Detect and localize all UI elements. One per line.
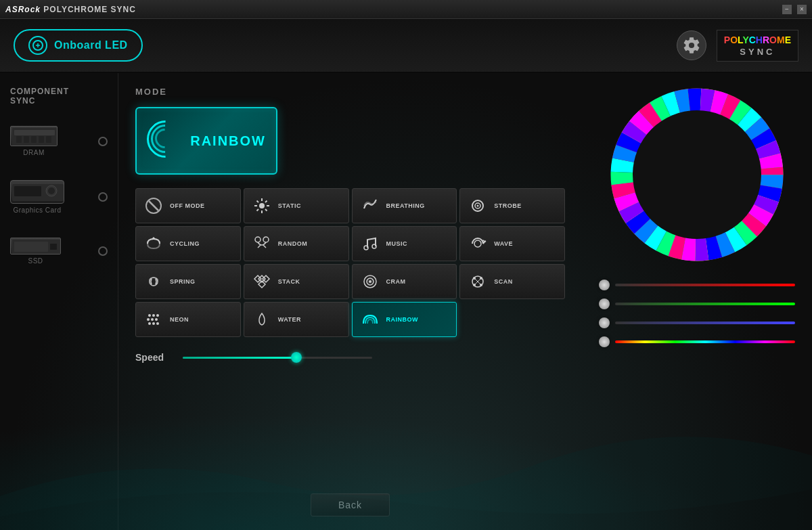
settings-button[interactable] (677, 30, 706, 60)
svg-point-54 (151, 318, 154, 321)
mode-stack[interactable]: STACK (244, 264, 349, 299)
dram-device: DRAM (10, 126, 58, 156)
red-slider-track[interactable] (615, 284, 795, 286)
dram-label: DRAM (23, 149, 44, 156)
gpu-sync-toggle[interactable] (98, 192, 108, 202)
stack-label: STACK (278, 278, 300, 285)
mode-random[interactable]: RANDOM (244, 226, 349, 261)
gpu-image (10, 180, 64, 204)
ssd-sync-toggle[interactable] (98, 246, 108, 256)
speed-label: Speed (135, 352, 169, 363)
breathing-label: BREATHING (386, 202, 425, 209)
mode-off-mode[interactable]: OFF MODE (135, 188, 241, 223)
mode-music[interactable]: MUSIC (352, 226, 457, 261)
svg-rect-5 (31, 136, 37, 143)
svg-point-44 (369, 280, 371, 283)
sidebar-item-gpu[interactable]: Graphics Card (7, 173, 111, 221)
neon-icon (143, 309, 164, 330)
onboard-led-label: Onboard LED (54, 39, 128, 51)
titlebar: ASRock POLYCHROME SYNC − × (0, 0, 812, 19)
mode-water[interactable]: WATER (244, 302, 349, 337)
svg-point-36 (474, 240, 481, 247)
sidebar-item-ssd[interactable]: SSD (7, 231, 111, 271)
multi-slider-handle[interactable] (599, 336, 610, 347)
content-panel: MODE RAINBOW OFF MODE (118, 73, 582, 530)
mode-static[interactable]: STATIC (244, 188, 349, 223)
onboard-led-button[interactable]: Onboard LED (14, 29, 143, 62)
off-mode-label: OFF MODE (170, 202, 205, 209)
header: Onboard LED POLYCHROME SYNC (0, 19, 812, 73)
svg-point-52 (156, 314, 159, 317)
multi-slider-track[interactable] (615, 340, 795, 343)
svg-line-32 (258, 245, 261, 248)
cram-label: CRAM (386, 278, 406, 285)
mode-cram[interactable]: CRAM (352, 264, 457, 299)
svg-rect-4 (24, 136, 29, 143)
right-panel (582, 73, 812, 530)
speed-row: Speed (135, 351, 565, 364)
mode-neon[interactable]: NEON (135, 302, 241, 337)
component-sync-label: COMPONENTSYNC (7, 87, 111, 106)
color-wheel-container[interactable] (609, 87, 785, 263)
led-icon (28, 36, 47, 55)
app-title: ASRock POLYCHROME SYNC (5, 5, 136, 14)
color-sliders (595, 280, 798, 347)
minimize-button[interactable]: − (782, 5, 792, 14)
svg-rect-13 (14, 242, 48, 252)
svg-point-28 (477, 205, 479, 207)
speed-thumb[interactable] (291, 352, 302, 363)
svg-point-56 (148, 322, 151, 325)
svg-point-31 (263, 237, 269, 242)
svg-point-11 (48, 187, 55, 194)
dram-sync-toggle[interactable] (98, 137, 108, 146)
red-slider-handle[interactable] (599, 280, 610, 290)
music-label: MUSIC (386, 240, 408, 247)
rainbow-hero-button[interactable]: RAINBOW (135, 107, 277, 175)
mode-breathing[interactable]: BREATHING (352, 188, 457, 223)
music-icon (359, 233, 381, 255)
mode-spring[interactable]: SPRING (135, 264, 241, 299)
spring-icon (143, 271, 164, 292)
mode-rainbow[interactable]: RAINBOW (352, 302, 457, 337)
water-icon (251, 309, 273, 330)
dram-image (10, 126, 58, 146)
rainbow-mode-label: RAINBOW (386, 316, 419, 323)
speed-slider[interactable] (183, 351, 372, 364)
spring-label: SPRING (170, 278, 196, 285)
svg-point-49 (480, 284, 482, 286)
svg-point-58 (156, 322, 159, 325)
close-button[interactable]: × (797, 5, 807, 14)
scan-icon (467, 271, 489, 292)
mode-grid: OFF MODE STAT (135, 188, 565, 337)
sidebar-item-dram[interactable]: DRAM (7, 119, 111, 163)
green-slider-handle[interactable] (599, 299, 610, 309)
ssd-image (10, 238, 61, 255)
wave-label: WAVE (494, 240, 513, 247)
svg-line-16 (149, 201, 158, 211)
polychrome-logo: POLYCHROME SYNC (717, 30, 798, 62)
gpu-device: Graphics Card (10, 180, 64, 214)
scan-label: SCAN (494, 278, 513, 285)
svg-point-55 (155, 318, 158, 321)
color-wheel[interactable] (609, 87, 785, 263)
blue-slider-handle[interactable] (599, 317, 610, 328)
mode-scan[interactable]: SCAN (459, 264, 565, 299)
mode-wave[interactable]: WAVE (459, 226, 565, 261)
blue-slider-track[interactable] (615, 322, 795, 324)
svg-point-30 (255, 237, 261, 242)
back-button[interactable]: Back (311, 493, 390, 516)
mode-cycling[interactable]: CYCLING (135, 226, 241, 261)
multi-slider-row (599, 336, 795, 347)
svg-point-17 (259, 203, 265, 208)
svg-point-50 (148, 314, 151, 317)
blue-slider-row (599, 317, 795, 328)
green-slider-track[interactable] (615, 303, 795, 305)
svg-point-51 (152, 314, 155, 317)
red-slider-row (599, 280, 795, 290)
svg-point-72 (633, 110, 761, 239)
svg-line-33 (263, 245, 266, 248)
svg-point-53 (147, 318, 150, 321)
svg-point-46 (473, 277, 476, 280)
mode-strobe[interactable]: STROBE (459, 188, 565, 223)
header-right: POLYCHROME SYNC (677, 30, 798, 62)
